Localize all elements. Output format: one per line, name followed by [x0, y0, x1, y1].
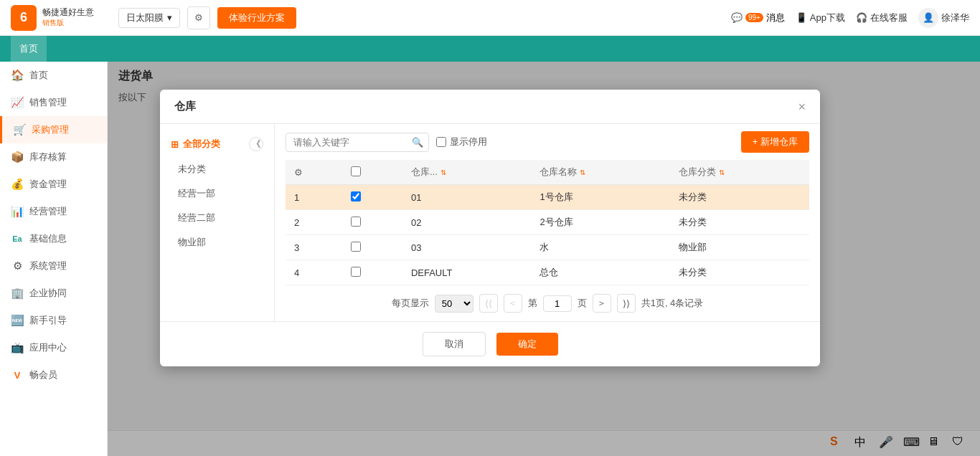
header-right: 💬 99+ 消息 📱 App下载 🎧 在线客服 👤 徐泽华: [731, 8, 969, 28]
search-input[interactable]: [286, 133, 429, 152]
purchase-icon: 🛒: [13, 123, 26, 136]
sidebar-item-member[interactable]: V 畅会员: [0, 361, 107, 389]
search-icon[interactable]: 🔍: [412, 137, 423, 148]
sidebar-label-member: 畅会员: [29, 369, 57, 381]
table-row[interactable]: 3 03 水 物业部: [286, 235, 809, 260]
col-checkbox: [342, 160, 402, 185]
sidebar-item-apps[interactable]: 📺 应用中心: [0, 334, 107, 361]
col-name-label: 仓库名称: [540, 166, 577, 179]
row-category: 物业部: [670, 235, 809, 260]
logo-area: 6 畅捷通好生意 销售版: [11, 5, 118, 31]
prev-page-button[interactable]: ＜: [504, 294, 522, 313]
category-item-op1[interactable]: 经营一部: [160, 181, 274, 206]
app-download-button[interactable]: 📱 App下载: [796, 11, 845, 24]
sidebar-item-operation[interactable]: 📊 经营管理: [0, 198, 107, 225]
message-label: 消息: [766, 11, 785, 24]
modal-backdrop: 仓库 × ⊞ 全部分类 《 未分类 经营一部 经营二部: [108, 62, 980, 456]
trial-button[interactable]: 体验行业方案: [217, 7, 296, 29]
store-selector[interactable]: 日太阳膜 ▾: [118, 8, 180, 28]
row-checkbox-cell: [342, 235, 402, 260]
per-page-select[interactable]: 50 10 20 100: [435, 295, 473, 313]
show-disabled-wrap: 显示停用: [436, 136, 487, 148]
sidebar-item-enterprise[interactable]: 🏢 企业协同: [0, 280, 107, 307]
store-name: 日太阳膜: [126, 11, 164, 24]
row-checkbox-cell: [342, 185, 402, 210]
category-item-op2[interactable]: 经营二部: [160, 206, 274, 230]
operation-icon: 📊: [11, 205, 24, 218]
total-info: 共1页, 4条记录: [641, 297, 704, 310]
sidebar-label-inventory: 库存核算: [29, 151, 67, 163]
modal-close-button[interactable]: ×: [798, 100, 806, 113]
enterprise-icon: 🏢: [11, 287, 24, 300]
add-warehouse-button[interactable]: + 新增仓库: [741, 131, 809, 153]
category-item-property[interactable]: 物业部: [160, 230, 274, 255]
select-all-checkbox[interactable]: [351, 166, 361, 176]
sidebar-label-operation: 经营管理: [29, 205, 67, 218]
page-label: 第: [528, 297, 537, 310]
username: 徐泽华: [941, 11, 969, 24]
page-suffix: 页: [578, 297, 587, 310]
sidebar-label-apps: 应用中心: [29, 341, 67, 354]
sidebar-label-enterprise: 企业协同: [29, 287, 67, 300]
sales-icon: 📈: [11, 96, 24, 109]
table-body: 1 01 1号仓库 未分类 2 02 2号仓库 未分类 3 03 水 物业部 4: [286, 185, 809, 285]
member-icon: V: [11, 369, 24, 381]
show-disabled-checkbox[interactable]: [436, 137, 446, 147]
all-category-header[interactable]: ⊞ 全部分类 《: [160, 131, 274, 157]
row-action: 3: [286, 235, 342, 260]
page-input[interactable]: [543, 295, 572, 312]
row-category: 未分类: [670, 210, 809, 235]
row-checkbox[interactable]: [351, 267, 361, 277]
row-checkbox[interactable]: [351, 191, 361, 201]
col-settings: ⚙: [286, 160, 342, 185]
data-table: ⚙ 仓库... ⇅: [286, 160, 809, 285]
row-checkbox[interactable]: [351, 217, 361, 227]
sidebar-label-finance: 资金管理: [29, 178, 67, 191]
message-badge: 99+: [745, 13, 763, 22]
table-row[interactable]: 4 DEFAULT 总仓 未分类: [286, 260, 809, 285]
finance-icon: 💰: [11, 178, 24, 191]
user-menu[interactable]: 👤 徐泽华: [918, 8, 969, 28]
confirm-button[interactable]: 确定: [496, 333, 558, 356]
next-page-button[interactable]: ＞: [593, 294, 611, 313]
col-code-label: 仓库...: [411, 166, 438, 179]
sidebar-item-finance[interactable]: 💰 资金管理: [0, 171, 107, 198]
settings-button[interactable]: ⚙: [187, 6, 210, 29]
avatar: 👤: [918, 8, 938, 28]
apps-icon: 📺: [11, 341, 24, 354]
inventory-icon: 📦: [11, 151, 24, 163]
table-row[interactable]: 1 01 1号仓库 未分类: [286, 185, 809, 210]
sidebar-label-home: 首页: [29, 69, 48, 82]
service-button[interactable]: 🎧 在线客服: [856, 11, 908, 24]
grid-icon: ⊞: [171, 139, 179, 150]
all-category-label: 全部分类: [183, 138, 220, 151]
sidebar-label-system: 系统管理: [29, 260, 67, 272]
pagination: 每页显示 50 10 20 100 ⟨⟨ ＜ 第 页: [275, 285, 820, 321]
sidebar-item-guide[interactable]: 🆕 新手引导: [0, 307, 107, 334]
sidebar-item-purchase[interactable]: 🛒 采购管理: [0, 116, 107, 143]
logo-icon: 6: [11, 5, 37, 31]
main-layout: 🏠 首页 📈 销售管理 🛒 采购管理 📦 库存核算 💰 资金管理 📊 经营管理 …: [0, 62, 980, 456]
sort-icon-code: ⇅: [440, 168, 446, 176]
basic-icon: Ea: [11, 232, 24, 245]
sidebar-item-sales[interactable]: 📈 销售管理: [0, 89, 107, 116]
warehouse-table: ⚙ 仓库... ⇅: [286, 160, 809, 285]
last-page-button[interactable]: ⟩⟩: [617, 294, 636, 313]
row-checkbox[interactable]: [351, 242, 361, 252]
category-item-uncategorized[interactable]: 未分类: [160, 157, 274, 181]
first-page-button[interactable]: ⟨⟨: [479, 294, 498, 313]
cancel-button[interactable]: 取消: [423, 332, 486, 356]
sidebar-item-inventory[interactable]: 📦 库存核算: [0, 143, 107, 171]
table-row[interactable]: 2 02 2号仓库 未分类: [286, 210, 809, 235]
col-category: 仓库分类 ⇅: [670, 160, 809, 185]
modal-title: 仓库: [174, 100, 196, 113]
sidebar-item-basic[interactable]: Ea 基础信息: [0, 225, 107, 252]
row-action: 1: [286, 185, 342, 210]
warehouse-modal: 仓库 × ⊞ 全部分类 《 未分类 经营一部 经营二部: [160, 90, 820, 366]
sidebar-item-home[interactable]: 🏠 首页: [0, 62, 107, 89]
message-button[interactable]: 💬 99+ 消息: [731, 11, 785, 24]
sidebar-item-system[interactable]: ⚙ 系统管理: [0, 252, 107, 280]
row-name: 1号仓库: [531, 185, 670, 210]
nav-home[interactable]: 首页: [11, 36, 47, 62]
collapse-button[interactable]: 《: [249, 137, 263, 151]
